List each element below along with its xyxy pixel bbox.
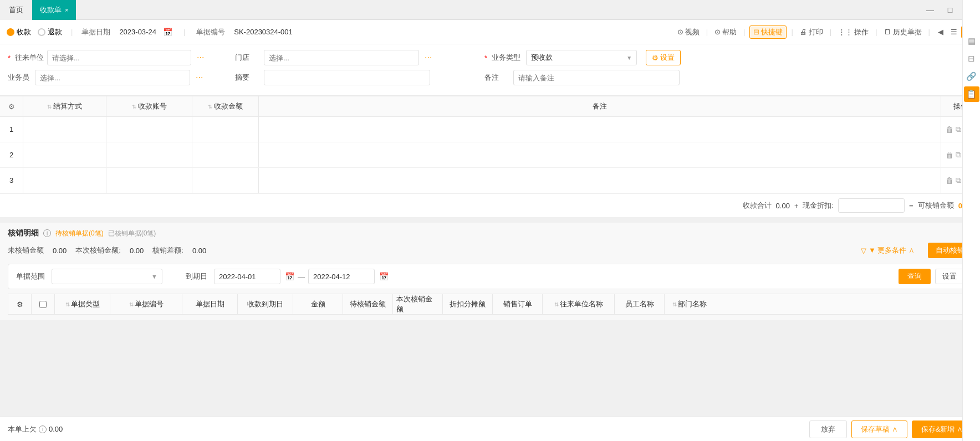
row-1-amount[interactable] bbox=[192, 117, 259, 142]
video-label: 视频 bbox=[685, 27, 700, 37]
partner-input[interactable] bbox=[47, 50, 191, 65]
receipt-radio[interactable]: 收款 bbox=[7, 27, 31, 37]
table-settings-icon[interactable]: ⚙ bbox=[0, 96, 23, 116]
biz-type-value: 预收款 bbox=[531, 53, 553, 63]
rp-list-icon[interactable]: ⊟ bbox=[964, 51, 979, 66]
dt-check-all[interactable] bbox=[39, 301, 47, 308]
layout-list-icon[interactable]: ☰ bbox=[948, 26, 960, 38]
table-row: 2 🗑 ⧉ bbox=[0, 142, 980, 168]
col-amount-label: 收款金额 bbox=[214, 101, 243, 111]
row-3-method[interactable] bbox=[23, 168, 106, 193]
row-1-copy-icon[interactable]: ⧉ bbox=[956, 125, 961, 134]
row-2-account[interactable] bbox=[106, 142, 192, 167]
bottom-val: 0.00 bbox=[49, 425, 63, 433]
store-more-icon[interactable]: ··· bbox=[425, 53, 432, 63]
range-select[interactable]: ▼ bbox=[52, 269, 162, 284]
row-3-delete-icon[interactable]: 🗑 bbox=[946, 176, 953, 185]
dt-gear-icon: ⚙ bbox=[17, 300, 23, 309]
row-2-delete-icon[interactable]: 🗑 bbox=[946, 151, 953, 160]
note-input[interactable] bbox=[513, 70, 680, 85]
this-val: 0.00 bbox=[130, 247, 144, 255]
abandon-button[interactable]: 放弃 bbox=[809, 421, 847, 438]
partner-more-icon[interactable]: ··· bbox=[197, 53, 204, 63]
row-3-account[interactable] bbox=[106, 168, 192, 193]
range-label: 单据范围 bbox=[16, 271, 45, 281]
row-2-amount[interactable] bbox=[192, 142, 259, 167]
tab-receipt[interactable]: 收款单 × bbox=[32, 0, 76, 20]
shortcut-label: 快捷键 bbox=[761, 27, 783, 37]
tab-close-icon[interactable]: × bbox=[65, 7, 68, 13]
dt-pending-label: 待核销金额 bbox=[350, 299, 386, 309]
pending-link[interactable]: 待核销单据(0笔) bbox=[55, 229, 104, 238]
rp-link-icon[interactable]: 🔗 bbox=[964, 69, 979, 84]
receipt-radio-label: 收款 bbox=[17, 27, 31, 37]
note-field: 备注 bbox=[484, 70, 706, 85]
video-button[interactable]: ⊙ 视频 bbox=[675, 26, 702, 38]
summary-input[interactable] bbox=[264, 70, 430, 85]
row-2-method[interactable] bbox=[23, 142, 106, 167]
rp-form-icon[interactable]: 📋 bbox=[964, 86, 979, 102]
biz-type-select[interactable]: 预收款 ▼ bbox=[526, 50, 637, 65]
dt-type-label: 单据类型 bbox=[71, 299, 100, 309]
dt-discount-header: 折扣分摊额 bbox=[443, 294, 493, 314]
help-button[interactable]: ⊙ 帮助 bbox=[712, 26, 739, 38]
minimize-button[interactable]: — bbox=[920, 0, 940, 20]
partner-label: 往来单位 bbox=[15, 53, 44, 63]
summary-discount-input[interactable] bbox=[838, 198, 905, 213]
due-date-from-cal-icon[interactable]: 📅 bbox=[285, 272, 294, 281]
query-button[interactable]: 查询 bbox=[899, 269, 931, 284]
due-date-to-cal-icon[interactable]: 📅 bbox=[379, 272, 389, 281]
row-1-delete-icon[interactable]: 🗑 bbox=[946, 125, 953, 134]
operations-button[interactable]: ⋮⋮ 操作 bbox=[836, 26, 871, 38]
staff-input[interactable] bbox=[35, 70, 190, 85]
dt-check-col bbox=[32, 294, 55, 314]
table-header: ⚙ ⇅ 结算方式 ⇅ 收款账号 ⇅ 收款金额 备注 操作 bbox=[0, 96, 980, 117]
bottom-info-icon[interactable]: i bbox=[39, 425, 47, 433]
video-icon: ⊙ bbox=[677, 28, 683, 36]
rp-table-icon[interactable]: ▤ bbox=[964, 33, 979, 49]
store-field: 门店 ··· bbox=[235, 50, 468, 65]
filter-settings-button[interactable]: 设置 bbox=[935, 269, 964, 284]
more-conditions-button[interactable]: ▽ ▼ 更多条件 ∧ bbox=[861, 245, 915, 255]
row-1-note[interactable] bbox=[259, 117, 941, 142]
help-label: 帮助 bbox=[722, 27, 737, 37]
dt-settings-icon[interactable]: ⚙ bbox=[8, 294, 32, 314]
store-input[interactable] bbox=[264, 50, 419, 65]
note-label: 备注 bbox=[484, 73, 499, 83]
due-date-to-input[interactable] bbox=[308, 269, 375, 284]
dt-order-label: 销售订单 bbox=[503, 299, 532, 309]
row-1-method[interactable] bbox=[23, 117, 106, 142]
save-draft-button[interactable]: 保存草稿 ∧ bbox=[851, 421, 907, 438]
done-link[interactable]: 已核销单据(0笔) bbox=[108, 229, 156, 238]
row-2-copy-icon[interactable]: ⧉ bbox=[956, 150, 961, 160]
row-2-note[interactable] bbox=[259, 142, 941, 167]
staff-more-icon[interactable]: ··· bbox=[196, 73, 203, 83]
dt-dept-label: 部门名称 bbox=[678, 299, 707, 309]
num-label: 单据编号 bbox=[196, 27, 225, 37]
settings-button[interactable]: ⚙ 设置 bbox=[646, 50, 681, 65]
section-title: 核销明细 bbox=[8, 228, 39, 238]
section-info-icon[interactable]: i bbox=[43, 229, 51, 237]
shortcut-button[interactable]: ⊟ 快捷键 bbox=[749, 25, 787, 39]
print-label: 打印 bbox=[809, 27, 823, 37]
history-button[interactable]: 🗒 历史单据 bbox=[882, 26, 924, 38]
date-calendar-icon[interactable]: 📅 bbox=[163, 28, 172, 37]
dt-partner-header: ⇅ 往来单位名称 bbox=[543, 294, 615, 314]
diff-val: 0.00 bbox=[192, 247, 206, 255]
row-3-note[interactable] bbox=[259, 168, 941, 193]
layout-prev-icon[interactable]: ◀ bbox=[935, 26, 947, 38]
print-button[interactable]: 🖨 打印 bbox=[798, 26, 825, 38]
row-3-copy-icon[interactable]: ⧉ bbox=[956, 176, 961, 185]
summary-label2: 现金折扣: bbox=[803, 201, 834, 211]
dt-date-label: 单据日期 bbox=[196, 299, 224, 309]
row-num-2: 2 bbox=[0, 142, 23, 167]
dt-type-header: ⇅ 单据类型 bbox=[55, 294, 110, 314]
due-date-from-input[interactable] bbox=[214, 269, 280, 284]
section-header: 核销明细 i 待核销单据(0笔) 已核销单据(0笔) bbox=[8, 228, 972, 238]
tab-home[interactable]: 首页 bbox=[0, 0, 32, 20]
maximize-button[interactable]: □ bbox=[940, 0, 960, 20]
row-1-account[interactable] bbox=[106, 117, 192, 142]
refund-radio[interactable]: 退款 bbox=[38, 27, 62, 37]
abandon-label: 放弃 bbox=[821, 425, 835, 433]
row-3-amount[interactable] bbox=[192, 168, 259, 193]
